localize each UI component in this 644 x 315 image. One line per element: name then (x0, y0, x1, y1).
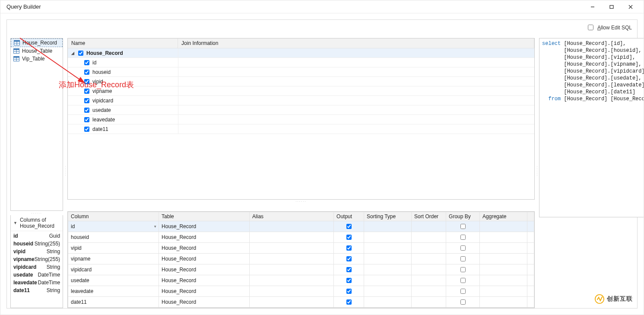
column-info-row[interactable]: idGuid (13, 232, 60, 240)
tree-field-checkbox[interactable] (84, 98, 89, 103)
output-checkbox[interactable] (346, 299, 352, 305)
maximize-button[interactable] (602, 1, 621, 13)
column-info-row[interactable]: leavedateDateTime (13, 279, 60, 286)
column-info-row[interactable]: vipnameString(255) (13, 255, 60, 263)
cell-alias[interactable] (250, 264, 334, 275)
criteria-row[interactable]: leavedateHouse_Record (68, 286, 534, 297)
cell-column[interactable]: vipname (68, 254, 159, 264)
cell-group-by[interactable] (446, 232, 480, 243)
minimize-button[interactable] (583, 1, 602, 13)
cell-sort-order[interactable] (412, 243, 446, 254)
tree-row-root[interactable]: ◢House_Record (68, 48, 534, 58)
groupby-checkbox[interactable] (460, 289, 466, 294)
th-output[interactable]: Output (334, 212, 364, 221)
cell-column[interactable]: usedate (68, 275, 159, 286)
table-item[interactable]: House_Record (11, 38, 63, 47)
columns-panel-header[interactable]: ▼ Columns of House_Record (11, 215, 63, 231)
tree-field-checkbox[interactable] (84, 117, 89, 122)
cell-table[interactable]: House_Record (159, 254, 250, 264)
cell-aggregate[interactable] (480, 286, 527, 297)
cell-column[interactable]: houseid (68, 232, 159, 243)
th-alias[interactable]: Alias (250, 212, 334, 221)
cell-aggregate[interactable] (480, 243, 527, 254)
criteria-row[interactable]: vipidHouse_Record (68, 243, 534, 254)
th-group-by[interactable]: Group By (446, 212, 480, 221)
cell-output[interactable] (334, 286, 364, 297)
cell-aggregate[interactable] (480, 232, 527, 243)
output-checkbox[interactable] (346, 278, 352, 283)
cell-sorting-type[interactable] (364, 254, 412, 264)
sql-text[interactable]: select [House_Record].[id], [House_Recor… (539, 38, 644, 209)
tree-field-checkbox[interactable] (84, 108, 89, 113)
cell-alias[interactable] (250, 243, 334, 254)
close-button[interactable] (621, 1, 640, 13)
tree-row[interactable]: date11 (68, 124, 534, 134)
tree-header-join[interactable]: Join Information (178, 38, 534, 48)
column-info-row[interactable]: vipidcardString (13, 263, 60, 271)
cell-group-by[interactable] (446, 297, 480, 308)
cell-aggregate[interactable] (480, 221, 527, 232)
tree-row[interactable]: leavedate (68, 115, 534, 124)
output-checkbox[interactable] (346, 267, 352, 272)
tree-row[interactable]: id (68, 58, 534, 67)
cell-group-by[interactable] (446, 275, 480, 286)
cell-sorting-type[interactable] (364, 286, 412, 297)
cell-column[interactable]: id▼ (68, 221, 159, 232)
groupby-checkbox[interactable] (460, 245, 466, 251)
cell-group-by[interactable] (446, 264, 480, 275)
splitter-vertical-left[interactable]: ······ (63, 35, 67, 308)
th-table[interactable]: Table (159, 212, 250, 221)
cell-sorting-type[interactable] (364, 264, 412, 275)
cell-output[interactable] (334, 232, 364, 243)
groupby-checkbox[interactable] (460, 235, 466, 240)
output-checkbox[interactable] (346, 235, 352, 240)
groupby-checkbox[interactable] (460, 256, 466, 261)
cell-alias[interactable] (250, 297, 334, 308)
cell-table[interactable]: House_Record (159, 286, 250, 297)
cell-table[interactable]: House_Record (159, 264, 250, 275)
cell-output[interactable] (334, 221, 364, 232)
cell-group-by[interactable] (446, 286, 480, 297)
cell-group-by[interactable] (446, 221, 480, 232)
cell-alias[interactable] (250, 232, 334, 243)
criteria-row[interactable]: houseidHouse_Record (68, 232, 534, 243)
tree-row[interactable]: vipidcard (68, 96, 534, 105)
sql-horizontal-scrollbar[interactable] (539, 210, 644, 217)
cell-alias[interactable] (250, 275, 334, 286)
criteria-row[interactable]: id▼House_Record (68, 221, 534, 232)
column-info-row[interactable]: vipidString (13, 248, 60, 255)
tree-field-checkbox[interactable] (84, 60, 89, 65)
tree-root-checkbox[interactable] (78, 51, 83, 56)
tree-field-checkbox[interactable] (84, 127, 89, 132)
column-info-row[interactable]: usedateDateTime (13, 271, 60, 279)
criteria-row[interactable]: vipidcardHouse_Record (68, 264, 534, 275)
cell-sort-order[interactable] (412, 286, 446, 297)
cell-table[interactable]: House_Record (159, 232, 250, 243)
tree-row[interactable]: vipid (68, 77, 534, 86)
cell-sorting-type[interactable] (364, 232, 412, 243)
tree-field-checkbox[interactable] (84, 89, 89, 94)
cell-sorting-type[interactable] (364, 275, 412, 286)
column-info-row[interactable]: houseidString(255) (13, 240, 60, 248)
output-checkbox[interactable] (346, 289, 352, 294)
tables-list[interactable]: House_RecordHouse_TableVip_Table (10, 38, 63, 211)
cell-sort-order[interactable] (412, 232, 446, 243)
cell-sort-order[interactable] (412, 275, 446, 286)
cell-alias[interactable] (250, 221, 334, 232)
output-checkbox[interactable] (346, 224, 352, 229)
table-item[interactable]: House_Table (11, 47, 63, 55)
cell-alias[interactable] (250, 286, 334, 297)
th-sort-order[interactable]: Sort Order (412, 212, 446, 221)
groupby-checkbox[interactable] (460, 299, 466, 305)
cell-column[interactable]: vipidcard (68, 264, 159, 275)
cell-column[interactable]: leavedate (68, 286, 159, 297)
cell-table[interactable]: House_Record (159, 243, 250, 254)
cell-aggregate[interactable] (480, 275, 527, 286)
groupby-checkbox[interactable] (460, 224, 466, 229)
cell-group-by[interactable] (446, 243, 480, 254)
toolbar-allow-edit-sql[interactable]: Allow Edit SQL (586, 23, 632, 32)
cell-sort-order[interactable] (412, 297, 446, 308)
groupby-checkbox[interactable] (460, 278, 466, 283)
th-aggregate[interactable]: Aggregate (480, 212, 527, 221)
cell-group-by[interactable] (446, 254, 480, 264)
